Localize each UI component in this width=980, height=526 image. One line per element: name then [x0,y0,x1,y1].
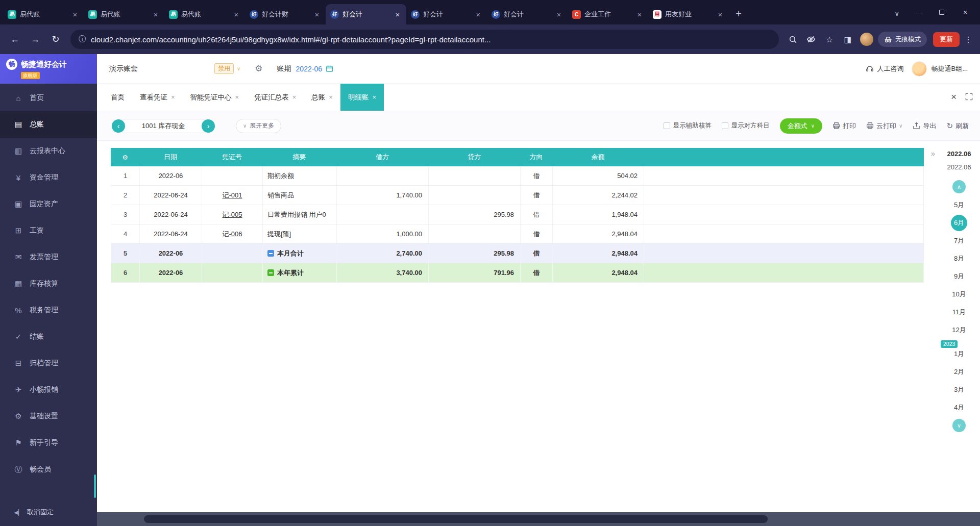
checkbox-icon[interactable] [722,122,728,129]
doc-tab-close-icon[interactable]: × [235,93,239,101]
month-item[interactable]: 10月 [950,286,967,303]
browser-tab[interactable]: C企业工作× [568,4,648,24]
doc-tab-close-icon[interactable]: × [372,93,376,101]
voucher-link[interactable]: 记-005 [222,210,242,219]
browser-tab[interactable]: 好好会计× [326,4,406,24]
browser-tab[interactable]: 易易代账× [3,4,84,24]
sidebar-item-member[interactable]: Ⓥ畅会员 [0,456,97,483]
account-selector-value[interactable]: 1001 库存现金 [112,119,214,133]
expand-more-button[interactable]: ∨ 展开更多 [236,119,281,133]
period-value[interactable]: 2022-06 [296,65,322,73]
browser-tab[interactable]: 易易代账× [84,4,164,24]
tab-close-icon[interactable]: × [232,10,240,19]
back-icon[interactable]: ← [6,31,23,48]
tab-close-icon[interactable]: × [635,10,644,19]
prev-account-button[interactable]: ‹ [112,119,125,133]
tab-close-icon[interactable]: × [394,10,402,19]
document-tab[interactable]: 首页 [103,84,132,111]
tab-close-icon[interactable]: × [555,10,563,19]
sidebar-item-ledger[interactable]: ▤总账 [0,111,97,138]
tab-close-icon[interactable]: × [474,10,482,19]
consult-button[interactable]: 人工咨询 [866,64,903,73]
month-item[interactable]: 4月 [951,399,967,416]
document-tab[interactable]: 总账× [304,84,340,111]
browser-menu-icon[interactable]: ⋮ [963,35,974,44]
next-account-button[interactable]: › [202,119,215,133]
doc-tab-close-icon[interactable]: × [329,93,333,101]
voucher-link[interactable]: 记-006 [222,230,242,239]
fullscreen-icon[interactable] [965,93,973,101]
browser-tab[interactable]: 易易代账× [164,4,245,24]
month-item[interactable]: 5月 [951,197,967,213]
print-button[interactable]: 打印 [832,121,856,131]
sidebar-item-guide[interactable]: ⚑新手引导 [0,430,97,456]
document-tab[interactable]: 查看凭证× [132,84,183,111]
site-info-icon[interactable]: ⓘ [79,35,86,44]
sidebar-item-settle[interactable]: ✓结账 [0,323,97,350]
minimize-button[interactable]: — [906,0,930,24]
tab-close-icon[interactable]: × [716,10,724,19]
horizontal-scrollbar[interactable] [97,512,980,526]
month-item[interactable]: 2月 [951,364,967,380]
calendar-icon[interactable] [326,65,333,72]
month-item[interactable]: 3月 [951,382,967,398]
horizontal-scrollbar-thumb[interactable] [144,515,768,523]
month-item[interactable]: 12月 [950,322,967,338]
scroll-down-icon[interactable]: ∨ [952,419,966,432]
reload-icon[interactable]: ↻ [47,31,64,48]
month-item[interactable]: 11月 [951,304,968,320]
month-item[interactable]: 9月 [951,268,967,285]
document-tab[interactable]: 智能凭证中心× [183,84,247,111]
cloud-print-button[interactable]: 云打印 ∨ [866,121,902,131]
document-tab[interactable]: 凭证汇总表× [247,84,304,111]
sidebar-item-report[interactable]: ▥云报表中心 [0,138,97,164]
close-window-button[interactable]: × [953,0,977,24]
close-all-tabs-icon[interactable]: × [951,91,957,103]
sidebar-item-salary[interactable]: ⊞工资 [0,217,97,244]
doc-tab-close-icon[interactable]: × [171,93,175,101]
eye-off-icon[interactable] [803,32,819,47]
month-item[interactable]: 1月 [951,346,967,362]
show-counter-checkbox[interactable]: 显示对方科目 [722,121,770,130]
tab-close-icon[interactable]: × [313,10,321,19]
scroll-up-icon[interactable]: ∧ [952,180,966,193]
sidebar-item-archive[interactable]: ⊟归档管理 [0,350,97,377]
amount-style-button[interactable]: 金额式 ∨ [780,118,822,134]
sidebar-item-reimburse[interactable]: ✈小畅报销 [0,377,97,403]
export-button[interactable]: 导出 [913,121,936,131]
browser-tab[interactable]: 好好会计× [487,4,568,24]
maximize-button[interactable] [930,0,953,24]
new-tab-button[interactable]: + [731,5,746,22]
sidebar-item-home[interactable]: ⌂首页 [0,85,97,111]
checkbox-icon[interactable] [664,122,670,129]
sidebar-item-invoice[interactable]: ✉发票管理 [0,244,97,270]
tab-search-chevron-icon[interactable]: ∨ [894,10,899,17]
browser-tab[interactable]: 用用友好业× [648,4,729,24]
refresh-button[interactable]: ↻ 刷新 [946,121,969,131]
update-button[interactable]: 更新 [933,32,960,47]
user-avatar[interactable] [912,61,927,77]
sidebar-item-funds[interactable]: ¥资金管理 [0,164,97,191]
account-set-chevron-icon[interactable]: ∨ [237,66,240,71]
user-name[interactable]: 畅捷通B组... [931,64,968,73]
bookmark-star-icon[interactable]: ☆ [822,32,837,47]
tab-close-icon[interactable]: × [152,10,160,19]
document-tab[interactable]: 明细账× [340,84,384,111]
browser-tab[interactable]: 好好会计× [406,4,487,24]
search-icon[interactable] [785,32,800,47]
url-bar[interactable]: ⓘ cloud2.chanjet.com/accounting/uh26t264… [70,30,779,49]
sidebar-item-asset[interactable]: ▣固定资产 [0,191,97,217]
table-settings-gear-icon[interactable]: ⚙ [111,154,139,161]
month-item[interactable]: 8月 [951,251,967,267]
month-item[interactable]: 6月 [951,215,967,231]
month-item[interactable]: 7月 [951,233,967,249]
side-panel-icon[interactable]: ◨ [840,32,855,47]
account-set-selector[interactable]: 演示账套 [109,64,138,73]
forward-icon[interactable]: → [27,31,44,48]
doc-tab-close-icon[interactable]: × [292,93,297,101]
browser-profile-avatar[interactable] [860,33,873,46]
unpin-button[interactable]: ◀▏ 取消固定 [0,504,97,521]
settings-gear-icon[interactable]: ⚙ [255,63,262,74]
sidebar-item-inventory[interactable]: ▦库存核算 [0,270,97,297]
period-panel-collapse-icon[interactable]: » [931,149,935,158]
